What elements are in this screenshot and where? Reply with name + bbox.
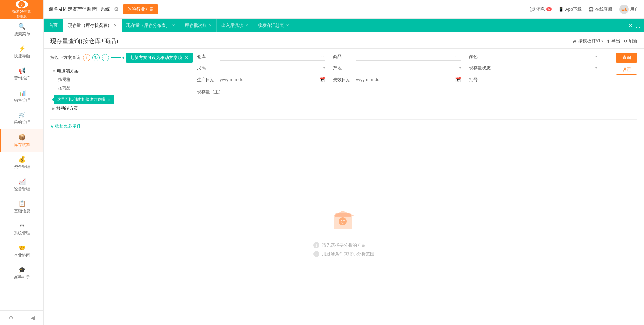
svg-point-7 — [343, 220, 345, 221]
print-button[interactable]: 🖨 按模板打印 ▾ — [573, 38, 603, 44]
scheme-tooltip[interactable]: 电脑方案可设为移动方案哦 ✕ — [126, 53, 193, 63]
page-header: 现存量查询(按仓库+商品) 🖨 按模板打印 ▾ ⬆ 导出 ↻ 刷新 — [44, 32, 644, 49]
sidebar-item-quicknav[interactable]: ⚡ 快捷导航 — [0, 41, 43, 63]
back-scheme-button[interactable]: ⟵ — [102, 54, 109, 61]
app-download-button[interactable]: 📱 App下载 — [558, 6, 582, 12]
sidebar-item-sales[interactable]: 📊 销售管理 — [0, 85, 43, 107]
sidebar-item-guide[interactable]: 🎓 新手引导 — [0, 262, 43, 284]
scheme-tooltip-text: 电脑方案可设为移动方案哦 — [130, 55, 182, 61]
sidebar-label-baseinfo: 基础信息 — [14, 208, 30, 214]
sidebar-item-search[interactable]: 🔍 搜索菜单 — [0, 19, 43, 41]
refresh-icon: ↻ — [624, 39, 627, 44]
system-name: 装备及固定资产辅助管理系统 — [49, 6, 110, 12]
query-button[interactable]: 查询 — [616, 53, 637, 63]
stock-status-select[interactable]: ▾ — [493, 65, 597, 71]
industry-button[interactable]: 体验行业方案 — [123, 4, 158, 14]
scheme-item-by-goods[interactable]: 按商品 — [50, 84, 193, 92]
sidebar-settings-button[interactable]: ⚙ — [9, 315, 13, 321]
user-avatar-button[interactable]: Ea 用户 — [619, 5, 639, 14]
export-icon: ⬆ — [606, 39, 610, 44]
scheme-group-desktop-header[interactable]: ▼ 电脑端方案 — [50, 67, 193, 75]
warehouse-input[interactable]: ··· — [220, 53, 325, 61]
stock-main-input[interactable] — [298, 89, 325, 94]
expire-date-start-calendar-icon[interactable]: 📅 — [455, 77, 461, 82]
size-label: 尺码 — [197, 65, 217, 71]
step2-num: 2 — [313, 251, 319, 257]
sidebar-item-collab[interactable]: 🤝 企业协同 — [0, 240, 43, 262]
sidebar-item-marketing[interactable]: 📢 营销推广 — [0, 63, 43, 85]
chevron-icon: ▼ — [52, 69, 56, 73]
tab-inventory-distribution[interactable]: 现存量（库存分布表） ✕ — [122, 19, 180, 32]
empty-state: 1 请先选择要分析的方案 2 用过滤条件来缩小分析范围 — [44, 133, 644, 325]
sidebar-item-purchase[interactable]: 🛒 采购管理 — [0, 107, 43, 129]
search-icon: 🔍 — [18, 23, 26, 30]
scheme-item-by-spec[interactable]: 按规格 — [50, 75, 193, 84]
sidebar-label-sales: 销售管理 — [14, 98, 30, 103]
top-header-right: 💬 消息 6 📱 App下载 🎧 在线客服 Ea 用户 — [530, 5, 639, 14]
add-scheme-button[interactable]: + — [83, 54, 90, 61]
message-badge: 6 — [546, 7, 552, 11]
filter-goods: 商品 ··· — [333, 53, 461, 61]
messages-button[interactable]: 💬 消息 6 — [530, 6, 552, 12]
filter-label: 按以下方案查询 — [50, 55, 81, 61]
sidebar-item-inventory[interactable]: 📦 库存核算 — [0, 129, 43, 152]
filter-expire-date: 失效日期 📅 — [333, 75, 461, 84]
tab-summary[interactable]: 收发存汇总表 ✕ — [253, 19, 294, 32]
refresh-button[interactable]: ↻ 刷新 — [624, 38, 637, 44]
stock-status-label: 现存量状态 — [469, 65, 491, 71]
tab-close-inventory-status[interactable]: ✕ — [114, 23, 117, 28]
tab-fullscreen-icon[interactable]: ⛶ — [635, 22, 641, 29]
tab-close-summary[interactable]: ✕ — [286, 23, 289, 28]
size-select[interactable]: ▾ — [220, 65, 325, 71]
tab-home[interactable]: 首页 — [44, 19, 63, 32]
sidebar-item-baseinfo[interactable]: 📋 基础信息 — [0, 196, 43, 218]
scheme-group-mobile-header[interactable]: ▶ 移动端方案 — [50, 104, 193, 113]
filter-produce-date: 生产日期 📅 — [197, 75, 325, 84]
tab-close-inventory-distribution[interactable]: ✕ — [172, 23, 175, 28]
refresh-scheme-button[interactable]: ↻ — [92, 54, 100, 61]
scheme-tree: ▼ 电脑端方案 按规格 按商品 这里可以创建和修改方案哦 ✕ — [50, 65, 193, 115]
inventory-icon: 📦 — [18, 133, 26, 141]
goods-input[interactable]: ··· — [356, 53, 461, 61]
sidebar-item-system[interactable]: ⚙ 系统管理 — [0, 218, 43, 240]
batch-input[interactable] — [492, 76, 597, 84]
filter-origin: 产地 ▾ — [333, 65, 461, 71]
collapse-button[interactable]: ∧ 收起更多条件 — [50, 123, 637, 129]
tab-close-batch-ledger[interactable]: ✕ — [209, 23, 212, 28]
origin-select[interactable]: ▾ — [356, 65, 461, 71]
expire-date-start-input[interactable] — [356, 77, 454, 82]
tab-bar: 首页 现存量（库存状况表） ✕ 现存量（库存分布表） ✕ 库存批次账 ✕ 出入库… — [44, 19, 644, 32]
tab-inout-flow[interactable]: 出入库流水 ✕ — [217, 19, 253, 32]
online-service-button[interactable]: 🎧 在线客服 — [588, 6, 612, 12]
sidebar: 6 畅通好生意 标准版 🔍 搜索菜单 ⚡ 快捷导航 📢 营销推广 📊 销售管理 … — [0, 0, 44, 325]
produce-date-start-input[interactable] — [220, 77, 318, 82]
collapse-up-icon: ∧ — [50, 124, 54, 129]
color-dropdown-icon: ▾ — [595, 55, 597, 58]
sidebar-label-finance: 资金管理 — [14, 164, 30, 170]
tab-bar-end: ✕ ⛶ — [625, 22, 644, 29]
tab-batch-ledger[interactable]: 库存批次账 ✕ — [180, 19, 217, 32]
reset-button[interactable]: 设置 — [616, 65, 637, 75]
scheme-group-mobile-label: 移动端方案 — [56, 105, 78, 111]
print-arrow-icon: ▾ — [601, 39, 603, 43]
export-button[interactable]: ⬆ 导出 — [606, 38, 620, 44]
scheme-group-desktop: ▼ 电脑端方案 按规格 按商品 — [50, 67, 193, 92]
guide-icon: 🎓 — [18, 266, 26, 274]
logo-icon: 6 — [16, 0, 28, 8]
sidebar-item-operations[interactable]: 📈 经营管理 — [0, 174, 43, 196]
logo-sub: 标准版 — [17, 14, 27, 19]
header-settings-icon[interactable]: ⚙ — [114, 6, 119, 12]
tab-inventory-status[interactable]: 现存量（库存状况表） ✕ — [63, 19, 122, 32]
sidebar-label-quicknav: 快捷导航 — [14, 53, 30, 59]
color-select[interactable]: ▾ — [492, 53, 597, 60]
sidebar-item-finance[interactable]: 💰 资金管理 — [0, 152, 43, 174]
tab-close-all-icon[interactable]: ✕ — [628, 22, 633, 29]
page-title: 现存量查询(按仓库+商品) — [50, 37, 118, 45]
sidebar-collapse-button[interactable]: ◀ — [31, 315, 35, 321]
tab-close-inout-flow[interactable]: ✕ — [245, 23, 248, 28]
headset-icon: 🎧 — [588, 7, 594, 12]
produce-date-start-calendar-icon[interactable]: 📅 — [319, 77, 325, 82]
create-tooltip-text: 这里可以创建和修改方案哦 — [57, 97, 105, 102]
create-tooltip-close[interactable]: ✕ — [107, 97, 111, 102]
scheme-tooltip-close[interactable]: ✕ — [185, 55, 189, 60]
